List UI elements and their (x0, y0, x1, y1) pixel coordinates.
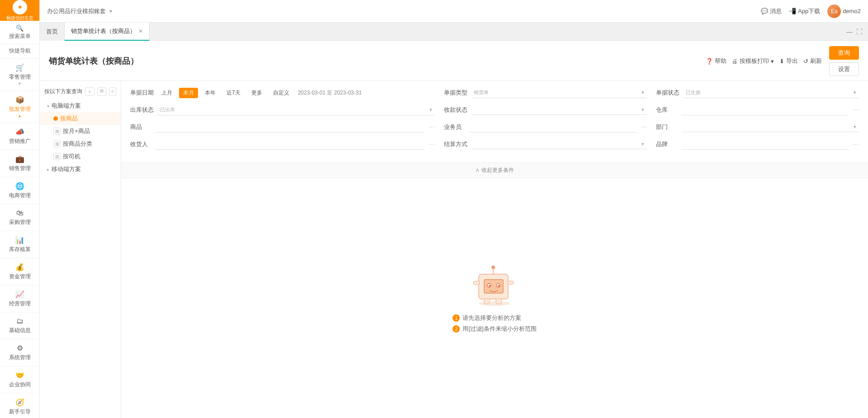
filter-row-3: 商品 ··· 业务员 ··· 部门 (130, 122, 859, 133)
date-range-value: 2023-03-01 至 2023-03-31 (298, 89, 362, 97)
receipt-label: 收款状态 (444, 106, 467, 114)
workspace-dropdown-icon[interactable]: ▾ (109, 8, 113, 14)
type-dropdown-icon: ▾ (642, 90, 644, 95)
add-scheme-icon[interactable]: ＋ (85, 87, 94, 96)
tree-item-by-goods[interactable]: 按商品 (40, 112, 121, 125)
window-minimize-icon[interactable]: — (846, 28, 853, 35)
active-dot-icon (53, 116, 58, 121)
date-this-year[interactable]: 本年 (201, 88, 220, 98)
hint2-num: 2 (453, 325, 460, 332)
filter-row-2: 出库状态 已出库 ▾ 收款状态 ▾ (130, 104, 859, 115)
collapse-panel-icon[interactable]: « (109, 87, 116, 96)
collapse-bar[interactable]: ∧ 收起更多条件 (121, 162, 868, 178)
collapse-label: ∧ 收起更多条件 (475, 167, 514, 173)
receiver-input[interactable] (156, 139, 424, 150)
print-icon: 🖨 (732, 58, 738, 65)
topbar-left: 办公用品行业模拟账套 ▾ (47, 7, 113, 15)
date-custom[interactable]: 自定义 (269, 88, 293, 98)
sidebar-item-ecommerce[interactable]: 🌐 电商管理 (0, 177, 39, 204)
sidebar-item-marketing[interactable]: 📣 营销推广 (0, 123, 39, 150)
sidebar-item-label: 销售管理 (9, 165, 31, 172)
sidebar-item-wholesale[interactable]: 📦 批发管理 ▴ (0, 91, 39, 123)
sidebar-item-sales[interactable]: 💼 销售管理 (0, 150, 39, 177)
avatar: Ea (827, 5, 841, 18)
dept-select[interactable]: ▾ (681, 122, 859, 132)
goods-dots-icon[interactable]: ··· (429, 123, 434, 131)
sidebar-item-inventory[interactable]: 📊 库存核算 (0, 231, 39, 258)
brand-dots-icon[interactable]: ··· (853, 140, 859, 148)
quick-nav[interactable]: 快捷导航 (0, 44, 39, 59)
salesperson-dots-icon[interactable]: ··· (641, 123, 647, 131)
date-filter: 上月 本月 本年 近7天 更多 自定义 2023-03-01 至 2023-03… (157, 88, 435, 98)
page-title: 销货单统计表（按商品） (49, 56, 138, 66)
sidebar-item-purchase[interactable]: 🛍 采购管理 (0, 204, 39, 231)
settings-button[interactable]: 设置 (829, 62, 859, 76)
date-7days[interactable]: 近7天 (222, 88, 245, 98)
export-btn[interactable]: ⬇ 导出 (779, 57, 798, 65)
warehouse-dots-icon[interactable]: ··· (853, 106, 859, 114)
sidebar-item-label: 新手引导 (9, 408, 31, 416)
filter-row-4: 收货人 ··· 结算方式 ▾ 品牌 (130, 139, 859, 150)
sidebar-item-operations[interactable]: 📈 经营管理 (0, 285, 39, 313)
message-label: 消息 (770, 7, 782, 15)
topbar: 办公用品行业模拟账套 ▾ 💬 消息 📲 App下载 Ea demo2 (40, 0, 868, 23)
stock-out-select[interactable]: 已出库 ▾ (157, 104, 435, 115)
sidebar-item-guide[interactable]: 🧭 新手引导 (0, 394, 39, 418)
receiver-dots-icon[interactable]: ··· (429, 140, 434, 148)
stock-out-value: 已出库 (160, 106, 175, 113)
salesperson-input[interactable] (469, 122, 637, 133)
user-label: demo2 (843, 8, 861, 14)
tab-close-icon[interactable]: ✕ (138, 28, 143, 34)
help-btn[interactable]: ❓ 帮助 (706, 57, 726, 65)
tab-home[interactable]: 首页 (40, 23, 65, 41)
tree-collapse-icon: ▸ (47, 167, 49, 172)
filter-cell-receipt: 收款状态 ▾ (444, 105, 647, 115)
date-prev-month[interactable]: 上月 (157, 88, 176, 98)
grid-icon-3: ⊞ (53, 153, 61, 160)
query-button[interactable]: 查询 (829, 46, 859, 60)
svg-rect-9 (473, 281, 480, 285)
tree-section-label-mobile: 移动端方案 (52, 165, 81, 173)
tree-item-by-driver[interactable]: ⊞ 按司机 (40, 150, 121, 163)
sidebar-item-label: 资金管理 (9, 273, 31, 280)
sidebar-item-label: 经营管理 (9, 300, 31, 308)
date-this-month[interactable]: 本月 (179, 88, 198, 98)
filter-cell-type: 单据类型 销货单 ▾ (444, 87, 647, 98)
template-print-btn[interactable]: 🖨 按模板打印 ▾ (732, 57, 774, 65)
sidebar-item-label: 系统管理 (9, 354, 31, 361)
print-dropdown-icon[interactable]: ▾ (771, 58, 774, 65)
type-label: 单据类型 (444, 89, 467, 97)
empty-state-container: 1 请先选择要分析的方案 2 用[过滤]条件来缩小分析范围 (121, 178, 868, 418)
filter-cell-payment: 结算方式 ▾ (444, 139, 647, 149)
tree-item-by-category[interactable]: ⊞ 按商品分类 (40, 138, 121, 150)
tree-mobile-section[interactable]: ▸ 移动端方案 (40, 163, 121, 176)
tab-sales[interactable]: 销货单统计表（按商品） ✕ (65, 23, 150, 41)
tabs-bar: 首页 销货单统计表（按商品） ✕ — ⛶ (40, 23, 868, 41)
user-btn[interactable]: Ea demo2 (827, 5, 861, 18)
receipt-select[interactable]: ▾ (471, 105, 647, 115)
type-select[interactable]: 销货单 ▾ (471, 87, 647, 98)
sidebar-item-basic[interactable]: 🗂 基础信息 (0, 313, 39, 339)
tab-home-label: 首页 (46, 28, 58, 36)
sidebar-item-enterprise[interactable]: 🤝 企业协同 (0, 366, 39, 394)
svg-rect-12 (496, 299, 501, 304)
sidebar-item-finance[interactable]: 💰 资金管理 (0, 258, 39, 285)
message-btn[interactable]: 💬 消息 (761, 7, 782, 15)
tree-item-by-month-goods[interactable]: ⊞ 按月+商品 (40, 125, 121, 138)
payment-select[interactable]: ▾ (471, 139, 647, 149)
date-more[interactable]: 更多 (247, 88, 266, 98)
goods-input[interactable] (156, 122, 424, 133)
warehouse-input[interactable] (681, 104, 849, 115)
brand-input[interactable] (681, 139, 849, 150)
search-menu[interactable]: 🔍 搜索菜单 (0, 21, 39, 44)
app-download-btn[interactable]: 📲 App下载 (789, 7, 820, 15)
status-select[interactable]: 已生效 ▾ (683, 87, 859, 98)
window-maximize-icon[interactable]: ⛶ (856, 28, 863, 35)
refresh-btn[interactable]: ↺ 刷新 (803, 57, 822, 65)
receiver-label: 收货人 (130, 140, 152, 148)
sidebar-item-system[interactable]: ⚙ 系统管理 (0, 339, 39, 366)
tree-pc-section[interactable]: ▾ 电脑端方案 (40, 100, 121, 112)
settings-scheme-icon[interactable]: ⚙ (97, 87, 106, 96)
payment-dropdown-icon: ▾ (642, 141, 644, 147)
sidebar-item-retail[interactable]: 🛒 零售管理 ▾ (0, 59, 39, 91)
